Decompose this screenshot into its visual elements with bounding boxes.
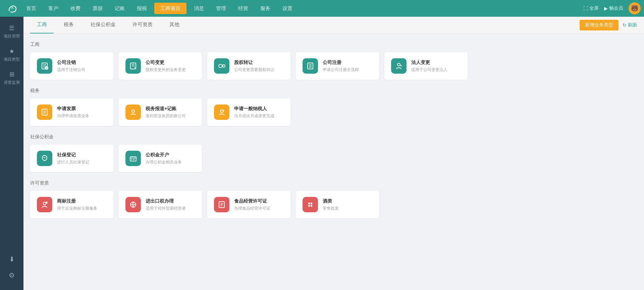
company-register-content: 公司注册 申请公司注册全流程 bbox=[323, 60, 359, 73]
card-trademark[interactable]: ™ 商标注册 用于企业商标注册服务 bbox=[30, 191, 113, 218]
legal-change-desc: 适用于公司变更法人 bbox=[411, 67, 447, 73]
card-company-change[interactable]: 公司变更 股权变更外的业务变更 bbox=[119, 52, 202, 80]
section-title-gongshang: 工商 bbox=[30, 42, 637, 48]
tax-report-desc: 拿到营业执照的新公司 bbox=[146, 113, 186, 119]
sidebar-item-project-manage[interactable]: ☰ 项目管理 bbox=[0, 20, 23, 43]
social-register-title: 社保登记 bbox=[57, 152, 89, 158]
nav-settings[interactable]: 设置 bbox=[276, 0, 299, 17]
user-avatar[interactable]: 🐻 bbox=[629, 2, 641, 14]
company-cancel-content: 公司注销 适用于注销公司 bbox=[57, 60, 85, 73]
tab-gongshang[interactable]: 工商 bbox=[30, 17, 54, 33]
general-taxpayer-icon bbox=[214, 104, 229, 120]
card-company-register[interactable]: 公司注册 申请公司注册全流程 bbox=[296, 52, 379, 80]
tax-report-title: 税务报道+记账 bbox=[146, 106, 186, 112]
svg-point-15 bbox=[397, 63, 400, 66]
card-general-taxpayer[interactable]: 申请一般纳税人 当月或次月成变更完成 bbox=[207, 98, 290, 126]
sidebar-item-progress[interactable]: ⊞ 进度监测 bbox=[0, 66, 23, 89]
company-change-title: 公司变更 bbox=[146, 60, 186, 66]
food-license-desc: 办理食品经营许可证 bbox=[234, 206, 270, 211]
section-title-qualification: 许可资质 bbox=[30, 180, 637, 186]
social-register-desc: 进行人员社保登记 bbox=[57, 159, 89, 165]
progress-icon: ⊞ bbox=[8, 70, 16, 78]
import-export-desc: 适用于对外贸易经营者 bbox=[146, 206, 186, 211]
trademark-desc: 用于企业商标注册服务 bbox=[57, 206, 97, 211]
card-alcohol[interactable]: 酒类 零售批发 bbox=[296, 191, 379, 218]
nav-fees[interactable]: 收费 bbox=[64, 0, 87, 17]
alcohol-title: 酒类 bbox=[323, 198, 339, 204]
svg-point-20 bbox=[132, 110, 135, 113]
card-import-export[interactable]: 进出口权办理 适用于对外贸易经营者 bbox=[119, 191, 202, 218]
svg-point-23 bbox=[131, 159, 132, 160]
nav-items: 首页 客户 收费 票据 记账 报税 工商项目 消息 管理 经营 服务 设置 bbox=[20, 0, 583, 17]
company-change-desc: 股权变更外的业务变更 bbox=[146, 67, 186, 73]
nav-business[interactable]: 工商项目 bbox=[154, 3, 186, 14]
nav-home[interactable]: 首页 bbox=[20, 0, 42, 17]
app-logo bbox=[3, 3, 20, 14]
member-button[interactable]: ▶ 畅会员 bbox=[604, 5, 623, 11]
social-register-content: 社保登记 进行人员社保登记 bbox=[57, 152, 89, 165]
tab-social-insurance[interactable]: 社保公积金 bbox=[84, 17, 122, 33]
food-license-content: 食品经营许可证 办理食品经营许可证 bbox=[234, 198, 270, 211]
svg-rect-35 bbox=[308, 205, 310, 207]
svg-point-25 bbox=[43, 202, 46, 205]
equity-transfer-title: 股权转让 bbox=[234, 60, 274, 66]
company-register-desc: 申请公司注册全流程 bbox=[323, 67, 359, 73]
gongshang-cards: 公司注销 适用于注销公司 公司变更 股权变更外的业务变更 bbox=[30, 52, 637, 80]
nav-operation[interactable]: 经营 bbox=[232, 0, 254, 17]
company-cancel-title: 公司注销 bbox=[57, 60, 85, 66]
fullscreen-icon: ⛶ bbox=[583, 6, 588, 11]
svg-rect-36 bbox=[311, 205, 312, 207]
fund-account-desc: 办理公积金相关业务 bbox=[146, 159, 182, 165]
svg-rect-22 bbox=[130, 157, 136, 161]
nav-manage[interactable]: 管理 bbox=[210, 0, 232, 17]
equity-transfer-icon bbox=[214, 58, 229, 74]
tab-other[interactable]: 其他 bbox=[163, 17, 186, 33]
card-social-register[interactable]: 社保登记 进行人员社保登记 bbox=[30, 145, 113, 172]
card-equity-transfer[interactable]: 股权转让 公司变更需要股权转让 bbox=[207, 52, 290, 80]
card-food-license[interactable]: 食品经营许可证 办理食品经营许可证 bbox=[207, 191, 290, 218]
tab-bar: 工商 税务 社保公积金 许可资质 其他 新增业务类型 ↻ 刷新 bbox=[23, 17, 644, 33]
tax-report-icon bbox=[125, 104, 141, 120]
new-type-button[interactable]: 新增业务类型 bbox=[580, 20, 619, 30]
company-register-icon bbox=[303, 58, 318, 74]
alcohol-desc: 零售批发 bbox=[323, 206, 339, 211]
fund-account-content: 公积金开户 办理公积金相关业务 bbox=[146, 152, 182, 165]
content-scroll[interactable]: 工商 公司注销 适用于注销公司 公司变更 bbox=[23, 33, 644, 290]
card-company-cancel[interactable]: 公司注销 适用于注销公司 bbox=[30, 52, 113, 80]
fund-account-icon bbox=[125, 151, 141, 166]
company-change-content: 公司变更 股权变更外的业务变更 bbox=[146, 60, 186, 73]
nav-customer[interactable]: 客户 bbox=[42, 0, 64, 17]
nav-accounting[interactable]: 记账 bbox=[109, 0, 131, 17]
project-manage-icon: ☰ bbox=[8, 24, 16, 32]
invoice-desc: 办理申请发票业务 bbox=[57, 113, 89, 119]
tab-tax[interactable]: 税务 bbox=[57, 17, 80, 33]
nav-service[interactable]: 服务 bbox=[254, 0, 276, 17]
svg-rect-33 bbox=[308, 203, 310, 204]
download-button[interactable]: ⬇ bbox=[0, 251, 23, 267]
refresh-button[interactable]: ↻ 刷新 bbox=[623, 22, 637, 28]
fullscreen-button[interactable]: ⛶ 全屏 bbox=[583, 5, 599, 11]
sidebar-item-project-type[interactable]: ★ 项目类型 bbox=[0, 43, 23, 66]
sidebar: ☰ 项目管理 ★ 项目类型 ⊞ 进度监测 ⬇ ⚙ bbox=[0, 17, 23, 290]
alcohol-icon bbox=[303, 197, 318, 212]
settings-button[interactable]: ⚙ bbox=[0, 267, 23, 283]
social-register-icon bbox=[37, 151, 52, 166]
nav-message[interactable]: 消息 bbox=[188, 0, 210, 17]
alcohol-content: 酒类 零售批发 bbox=[323, 198, 339, 211]
card-tax-report[interactable]: 税务报道+记账 拿到营业执照的新公司 bbox=[119, 98, 202, 126]
tab-qualification[interactable]: 许可资质 bbox=[126, 17, 159, 33]
trademark-icon: ™ bbox=[37, 197, 52, 212]
social-cards: 社保登记 进行人员社保登记 公积金开户 办理公积金相关业务 bbox=[30, 145, 637, 172]
card-invoice[interactable]: 申请发票 办理申请发票业务 bbox=[30, 98, 113, 126]
legal-change-title: 法人变更 bbox=[411, 60, 447, 66]
content-area: 工商 税务 社保公积金 许可资质 其他 新增业务类型 ↻ 刷新 工商 bbox=[23, 17, 644, 290]
nav-tax[interactable]: 报税 bbox=[131, 0, 153, 17]
card-legal-change[interactable]: 法人变更 适用于公司变更法人 bbox=[384, 52, 468, 80]
refresh-icon: ↻ bbox=[623, 22, 627, 28]
card-fund-account[interactable]: 公积金开户 办理公积金相关业务 bbox=[119, 145, 202, 172]
nav-bills[interactable]: 票据 bbox=[87, 0, 109, 17]
legal-change-content: 法人变更 适用于公司变更法人 bbox=[411, 60, 447, 73]
tab-bar-actions: 新增业务类型 ↻ 刷新 bbox=[580, 20, 637, 30]
company-cancel-icon bbox=[37, 58, 52, 74]
trademark-content: 商标注册 用于企业商标注册服务 bbox=[57, 198, 97, 211]
